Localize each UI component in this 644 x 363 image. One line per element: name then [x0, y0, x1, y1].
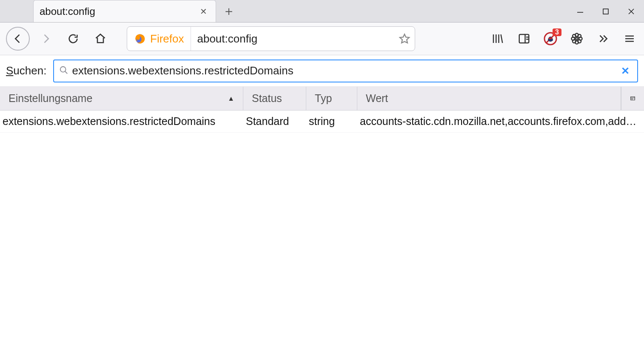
- firefox-logo-icon: [134, 33, 146, 45]
- pref-status: Standard: [243, 115, 306, 128]
- svg-point-19: [578, 34, 581, 38]
- extension-badge: 3: [553, 28, 561, 36]
- new-tab-button[interactable]: ＋: [216, 0, 242, 22]
- column-header-status[interactable]: Status: [243, 87, 306, 110]
- svg-point-25: [60, 66, 66, 72]
- url-input[interactable]: [191, 32, 394, 45]
- aboutconfig-search-row: Suchen: ✕: [0, 55, 644, 87]
- site-identity[interactable]: Firefox: [127, 27, 191, 51]
- home-button[interactable]: [89, 28, 111, 50]
- clear-search-icon[interactable]: ✕: [618, 65, 632, 77]
- tab-title: about:config: [40, 6, 197, 17]
- pref-type: string: [306, 115, 357, 128]
- svg-point-18: [573, 34, 576, 38]
- column-header-name[interactable]: Einstellungsname ▲: [0, 87, 243, 110]
- url-bar[interactable]: Firefox: [127, 26, 415, 51]
- svg-rect-12: [551, 38, 552, 39]
- close-window-button[interactable]: [618, 0, 644, 23]
- library-icon[interactable]: [489, 30, 506, 47]
- search-input[interactable]: [72, 64, 618, 77]
- pref-name: extensions.webextensions.restrictedDomai…: [0, 115, 243, 128]
- sort-indicator-icon: ▲: [228, 95, 234, 102]
- maximize-window-button[interactable]: [593, 0, 618, 23]
- pref-value: accounts-static.cdn.mozilla.net,accounts…: [357, 115, 644, 128]
- prefs-table-header: Einstellungsname ▲ Status Typ Wert: [0, 87, 644, 111]
- svg-point-13: [576, 38, 578, 40]
- svg-rect-11: [549, 38, 550, 39]
- search-label: Suchen:: [6, 64, 46, 77]
- addon-flower-icon[interactable]: [568, 30, 585, 47]
- tab-aboutconfig[interactable]: about:config ✕: [33, 0, 216, 22]
- svg-rect-27: [631, 96, 635, 100]
- sidebar-icon[interactable]: [516, 30, 533, 47]
- bookmark-star-icon[interactable]: [394, 33, 415, 45]
- navigation-toolbar: Firefox 3: [0, 23, 644, 55]
- minimize-window-button[interactable]: [567, 0, 593, 23]
- column-picker-icon[interactable]: [621, 87, 644, 110]
- reload-button[interactable]: [62, 28, 84, 50]
- svg-rect-1: [603, 9, 608, 14]
- search-box[interactable]: ✕: [53, 60, 638, 82]
- browser-tabstrip: about:config ✕ ＋: [0, 0, 644, 23]
- noscript-extension-icon[interactable]: 3: [542, 30, 559, 47]
- search-icon: [59, 65, 68, 77]
- toolbar-icons: 3: [489, 30, 638, 47]
- back-button[interactable]: [6, 27, 30, 51]
- table-row[interactable]: extensions.webextensions.restrictedDomai…: [0, 111, 644, 133]
- hamburger-menu-icon[interactable]: [621, 30, 638, 47]
- close-tab-icon[interactable]: ✕: [197, 4, 210, 19]
- column-header-type[interactable]: Typ: [306, 87, 357, 110]
- forward-button[interactable]: [35, 28, 57, 50]
- overflow-icon[interactable]: [595, 30, 612, 47]
- svg-point-21: [578, 40, 581, 43]
- column-header-value[interactable]: Wert: [357, 87, 621, 110]
- site-identity-label: Firefox: [150, 32, 184, 45]
- window-controls: [567, 0, 644, 23]
- svg-point-20: [573, 40, 576, 43]
- svg-line-26: [65, 71, 68, 74]
